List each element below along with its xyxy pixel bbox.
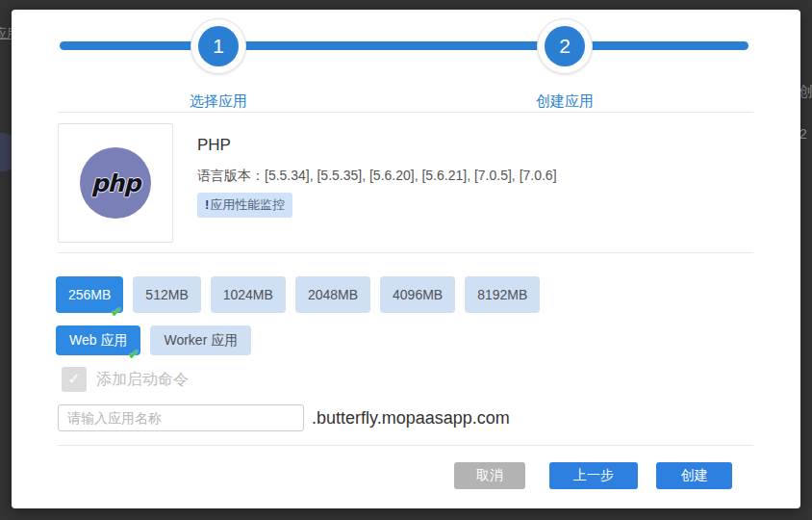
background-dimmed-char: 2: [799, 126, 807, 142]
app-type-option-label: Worker 应用: [164, 332, 238, 348]
checkbox-check-icon: ✓: [67, 371, 80, 387]
background-dimmed-char: 创: [799, 83, 812, 101]
startup-command-label: 添加启动命令: [96, 370, 189, 390]
exclamation-icon: !: [205, 197, 209, 212]
selected-app-card: php: [58, 123, 173, 243]
create-app-dialog: 1 2 选择应用 创建应用 php PHP 语言版本：[5.5.34], [5.…: [12, 10, 800, 508]
memory-option-512mb[interactable]: 512MB: [133, 276, 200, 313]
app-type-option-web[interactable]: Web 应用 ✔: [56, 325, 140, 355]
memory-option-label: 256MB: [68, 287, 111, 302]
step-2-label: 创建应用: [507, 92, 622, 111]
divider: [58, 252, 753, 253]
memory-option-2048mb[interactable]: 2048MB: [295, 276, 370, 313]
app-title: PHP: [197, 136, 231, 155]
selected-check-icon: ✔: [111, 303, 123, 321]
stepper-step-2[interactable]: 2: [537, 18, 593, 74]
domain-suffix: .butterfly.mopaasapp.com: [312, 408, 510, 429]
php-logo-icon: php: [80, 147, 151, 219]
memory-option-label: 1024MB: [223, 287, 273, 302]
create-button[interactable]: 创建: [656, 462, 732, 489]
step-1-label: 选择应用: [161, 92, 276, 111]
memory-option-label: 4096MB: [393, 287, 443, 302]
cancel-button[interactable]: 取消: [454, 462, 525, 489]
step-2-number: 2: [545, 26, 585, 66]
php-logo-text: php: [91, 169, 140, 197]
startup-command-checkbox[interactable]: ✓: [62, 367, 87, 392]
stepper-step-1[interactable]: 1: [190, 18, 246, 74]
memory-option-256mb[interactable]: 256MB ✔: [56, 276, 123, 313]
memory-option-label: 8192MB: [477, 287, 527, 302]
app-name-row: .butterfly.mopaasapp.com: [58, 404, 510, 431]
memory-option-4096mb[interactable]: 4096MB: [380, 276, 455, 313]
app-type-option-label: Web 应用: [69, 332, 127, 348]
divider: [58, 112, 753, 113]
step-1-number: 1: [198, 26, 239, 66]
apm-tag-label: 应用性能监控: [210, 197, 285, 212]
app-type-options-row: Web 应用 ✔ Worker 应用: [56, 325, 251, 355]
memory-option-label: 2048MB: [308, 287, 358, 302]
memory-option-8192mb[interactable]: 8192MB: [465, 276, 540, 313]
memory-option-1024mb[interactable]: 1024MB: [211, 276, 286, 313]
memory-options-row: 256MB ✔ 512MB 1024MB 2048MB 4096MB 8192M…: [56, 276, 540, 313]
divider: [58, 445, 753, 446]
stepper-progress-bar: [60, 41, 749, 50]
startup-command-row: ✓ 添加启动命令: [62, 367, 189, 392]
app-name-input[interactable]: [58, 404, 304, 431]
selected-check-icon: ✔: [128, 346, 140, 363]
app-type-option-worker[interactable]: Worker 应用: [150, 325, 251, 355]
app-language-versions: 语言版本：[5.5.34], [5.5.35], [5.6.20], [5.6.…: [197, 168, 557, 185]
memory-option-label: 512MB: [145, 287, 188, 302]
previous-step-button[interactable]: 上一步: [549, 462, 638, 489]
apm-tag: !应用性能监控: [197, 193, 292, 218]
